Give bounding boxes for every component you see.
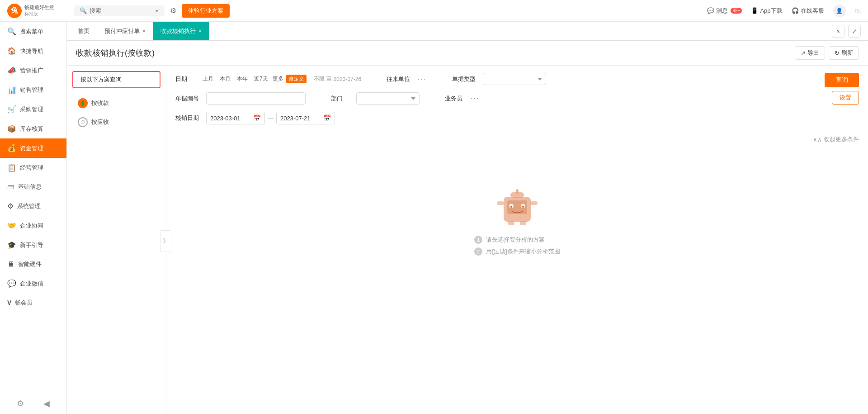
sidebar-item-guide[interactable]: 🎓 新手引导 [0,235,66,255]
verify-date-to[interactable]: 2023-07-21 📅 [276,112,335,124]
sidebar-item-label: 系统管理 [17,202,41,210]
sidebar-item-member[interactable]: V 畅会员 [0,293,66,312]
settings-icon[interactable]: ⚙ [170,6,176,15]
app-icon: 📱 [751,7,758,14]
search-menu-icon: 🔍 [7,27,16,36]
hardware-icon: 🖥 [7,260,14,268]
partner-ellipsis[interactable]: ··· [417,74,427,84]
query-buttons: 查询 设置 [825,73,859,105]
sidebar-collapse-icon[interactable]: ◀ [43,399,50,409]
app-logo: 兔 畅捷通好生意 标准版 [7,4,74,18]
tab-home[interactable]: 首页 [71,22,97,40]
calendar-to-icon[interactable]: 📅 [323,114,331,122]
date-this-month[interactable]: 本月 [218,74,232,84]
filter-by-receivable[interactable]: ⏱ 按应收 [67,113,166,132]
sidebar-item-label: 新手引导 [20,241,43,249]
sidebar-item-marketing[interactable]: 📣 营销推广 [0,61,66,80]
verify-date-from[interactable]: 2023-03-01 📅 [206,112,265,124]
empty-illustration [490,183,544,228]
partner-label: 往来单位 [387,75,410,83]
more-conditions-btn[interactable]: ∧∧ 收起更多条件 [175,132,859,147]
settings-btn[interactable]: 设置 [832,91,859,105]
search-bar[interactable]: 🔍 ▾ [74,5,165,16]
sidebar-item-finance[interactable]: 💰 资金管理 [0,138,66,158]
salesman-ellipsis[interactable]: ··· [470,94,480,103]
filter-row-verify-date: 核销日期 2023-03-01 📅 — 2023-07-21 📅 [175,112,859,124]
user-name: Rit [855,8,861,14]
enterprise-icon: 🤝 [7,221,16,230]
search-icon: 🔍 [80,7,87,14]
bill-type-select[interactable] [483,73,546,85]
tab-bar-right: × ⤢ [832,25,864,38]
system-icon: ⚙ [7,202,14,210]
online-service-btn[interactable]: 🎧 在线客服 [792,7,824,15]
tab-prepay-label: 预付冲应付单 [104,27,140,35]
marketing-icon: 📣 [7,66,16,75]
export-btn[interactable]: ↗ 导出 [795,46,825,60]
svg-rect-7 [516,189,519,194]
sidebar-item-search[interactable]: 🔍 搜索菜单 [0,22,66,41]
sidebar-item-label: 基础信息 [18,183,42,191]
date-more[interactable]: 更多 [273,75,283,83]
sidebar-item-business[interactable]: 📋 经营管理 [0,158,66,177]
calendar-from-icon[interactable]: 📅 [253,114,261,122]
hint-text-1: 请先选择要分析的方案 [486,236,545,244]
sidebar-item-inventory[interactable]: 📦 库存核算 [0,119,66,138]
sidebar-item-quick-nav[interactable]: 🏠 快捷导航 [0,41,66,61]
base-info-icon: 🗃 [7,183,14,191]
tab-prepay[interactable]: 预付冲应付单 × [97,22,153,40]
more-conditions-label: 收起更多条件 [824,135,859,143]
date-no-limit: 不限 [314,75,325,83]
left-panel-collapse-btn[interactable]: 》 [160,230,171,252]
date-7days[interactable]: 近7天 [252,74,270,84]
hint-num-1: 1 [474,236,482,244]
search-input[interactable] [90,7,153,14]
right-panel: 查询 设置 日期 上月 本月 本年 近7天 更多 自定义 不限 至 [166,66,868,414]
tab-receipt-close[interactable]: × [198,28,202,34]
top-bar-right: 💬 消息 99+ 📱 App下载 🎧 在线客服 👤 Rit [707,5,861,17]
sidebar-item-sales[interactable]: 📊 销售管理 [0,80,66,100]
date-last-month[interactable]: 上月 [201,74,215,84]
dept-select[interactable] [356,92,420,105]
app-download-btn[interactable]: 📱 App下载 [751,7,782,15]
date-to-text: 至 [326,75,332,83]
tab-close-btn[interactable]: × [832,25,844,38]
logo-icon: 兔 [7,4,22,18]
industry-btn[interactable]: 体验行业方案 [182,4,230,18]
tab-prepay-close[interactable]: × [142,28,146,34]
tab-receipt[interactable]: 收款核销执行 × [153,22,209,40]
sidebar-item-label: 经营管理 [20,164,43,172]
sidebar-item-system[interactable]: ⚙ 系统管理 [0,196,66,216]
hint-num-2: 2 [474,247,482,256]
purchase-icon: 🛒 [7,105,16,114]
sidebar-item-wechat[interactable]: 💬 企业微信 [0,274,66,293]
sidebar-item-label: 企业协同 [20,222,43,230]
sidebar-item-enterprise[interactable]: 🤝 企业协同 [0,216,66,235]
message-btn[interactable]: 💬 消息 99+ [707,7,742,15]
sidebar: 🔍 搜索菜单 🏠 快捷导航 📣 营销推广 📊 销售管理 🛒 采购管理 📦 库存核… [0,22,67,414]
query-btn[interactable]: 查询 [825,73,859,87]
filter-by-receipt[interactable]: 💲 按收款 [67,94,166,113]
sidebar-item-label: 销售管理 [20,86,43,94]
avatar[interactable]: 👤 [833,5,846,17]
bill-no-input[interactable] [206,92,306,105]
sidebar-settings-icon[interactable]: ⚙ [17,399,24,409]
filter-row-date: 日期 上月 本月 本年 近7天 更多 自定义 不限 至 2023-07-26 [175,73,859,85]
verify-date-label: 核销日期 [175,114,199,122]
sidebar-item-label: 智能硬件 [18,260,42,268]
sidebar-item-label: 库存核算 [20,125,43,133]
svg-point-4 [510,206,512,208]
sidebar-item-base-info[interactable]: 🗃 基础信息 [0,177,66,196]
empty-icon-svg [495,186,540,226]
sidebar-item-hardware[interactable]: 🖥 智能硬件 [0,255,66,274]
tab-expand-btn[interactable]: ⤢ [848,25,861,38]
date-custom-badge[interactable]: 自定义 [286,75,307,83]
sidebar-item-purchase[interactable]: 🛒 采购管理 [0,100,66,119]
date-this-year[interactable]: 本年 [235,74,250,84]
date-shortcuts: 上月 本月 本年 近7天 更多 自定义 [201,74,307,84]
tab-receipt-label: 收款核销执行 [160,27,196,35]
refresh-btn[interactable]: ↻ 刷新 [829,46,859,60]
salesman-label: 业务员 [445,95,463,103]
main-content: 收款核销执行(按收款) ↗ 导出 ↻ 刷新 按以下方案查询 💲 按收款 ⏱ 按应… [67,41,868,414]
hint-text-2: 用[过滤]条件来缩小分析范围 [486,247,560,256]
